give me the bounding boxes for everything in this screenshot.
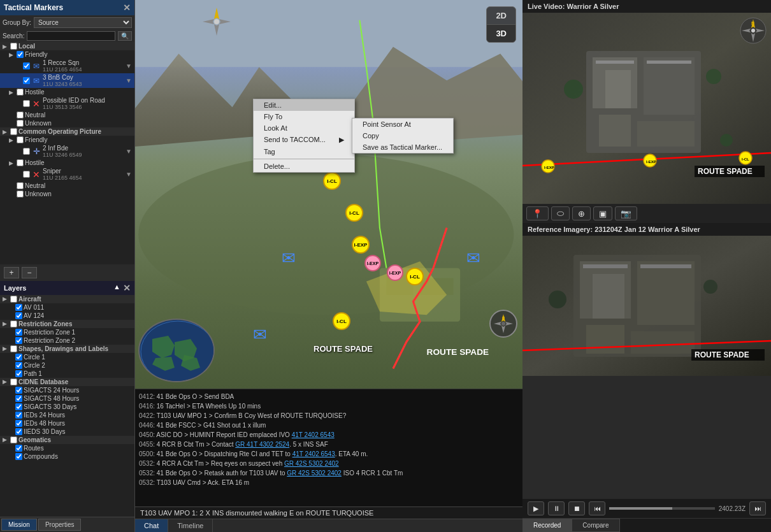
friendly2-checkbox[interactable]: [17, 136, 24, 143]
tree-item-local[interactable]: ▶ Local: [0, 42, 134, 50]
tree-item-2infbde[interactable]: ✛ 2 Inf Bde 11U 3246 6549 ▼: [0, 144, 134, 159]
layers-section-header[interactable]: Layers ▲ ✕: [0, 281, 134, 295]
add-button[interactable]: +: [4, 267, 19, 278]
play-button[interactable]: ▶: [528, 501, 544, 515]
sniper-checkbox[interactable]: [23, 171, 30, 178]
marker-iexp1[interactable]: I-EXP: [352, 236, 370, 254]
av124-checkbox[interactable]: [15, 312, 22, 319]
restriction-zones-checkbox[interactable]: [10, 320, 17, 327]
layer-shapes[interactable]: ▶ Shapes, Drawings and Labels: [0, 345, 134, 353]
ctx-delete[interactable]: Delete...: [254, 161, 354, 172]
layer-aircraft[interactable]: ▶ Aircraft: [0, 295, 134, 303]
layer-rz2[interactable]: Restriction Zone 2: [0, 336, 134, 345]
ctx-flyto[interactable]: Fly To: [254, 111, 354, 122]
layer-compounds[interactable]: Compounds: [0, 452, 134, 461]
layer-av011[interactable]: AV 011: [0, 303, 134, 312]
log-link-0532a[interactable]: GR 42S 5302 2402: [284, 460, 339, 467]
pause-button[interactable]: ⏸: [548, 501, 565, 515]
neutral2-checkbox[interactable]: [17, 182, 24, 189]
layer-ieds48[interactable]: IEDs 48 Hours: [0, 419, 134, 428]
sigacts30-checkbox[interactable]: [15, 403, 22, 410]
geomatics-checkbox[interactable]: [10, 436, 17, 443]
marker-icl3[interactable]: I-CL: [406, 268, 424, 285]
layer-iieds30[interactable]: IIEDS 30 Days: [0, 428, 134, 436]
video-tool-box[interactable]: ▣: [593, 206, 612, 220]
tree-item-hostile1[interactable]: ▶ Hostile: [0, 88, 134, 96]
rewind-button[interactable]: ⏮: [589, 501, 605, 515]
layer-circle1[interactable]: Circle 1: [0, 353, 134, 361]
layer-rz1[interactable]: Restriction Zone 1: [0, 328, 134, 336]
ctx-lookat[interactable]: Look At: [254, 122, 354, 134]
tree-item-hostile2[interactable]: ▶ Hostile: [0, 159, 134, 167]
layer-ieds24[interactable]: IEDs 24 Hours: [0, 411, 134, 419]
aircraft-checkbox[interactable]: [10, 296, 17, 303]
tree-item-neutral1[interactable]: Neutral: [0, 111, 134, 119]
iieds30-checkbox[interactable]: [15, 428, 22, 435]
ctx-sendtaccom[interactable]: Send to TACCOM...▶: [254, 134, 354, 146]
video-tool-point[interactable]: 📍: [526, 206, 549, 220]
unknown1-checkbox[interactable]: [17, 120, 24, 127]
tree-item-friendly2[interactable]: ▶ Friendly: [0, 136, 134, 144]
map-area[interactable]: ROUTE SPADE 2D 3D: [135, 0, 522, 389]
hostile2-checkbox[interactable]: [17, 159, 24, 166]
tree-item-friendly1[interactable]: ▶ Friendly: [0, 50, 134, 59]
tree-item-sniper[interactable]: ✕ Sniper 11U 2165 4654 ▼: [0, 167, 134, 182]
stop-button[interactable]: ⏹: [568, 501, 585, 515]
marker-icl4[interactable]: I-CL: [333, 312, 350, 330]
layer-sigacts24[interactable]: SIGACTS 24 Hours: [0, 386, 134, 394]
rz1-checkbox[interactable]: [15, 329, 22, 336]
nav-compass[interactable]: N: [489, 310, 517, 338]
ied-checkbox[interactable]: [23, 100, 30, 107]
marker-iexp3[interactable]: I-EXP: [387, 264, 403, 281]
tree-item-1recce[interactable]: ✉ 1 Recce Sqn 11U 2165 4654 ▼: [0, 59, 134, 73]
video-tool-area[interactable]: ⬭: [551, 206, 570, 220]
group-by-select[interactable]: Source: [34, 17, 132, 28]
tree-item-3bnb[interactable]: ✉ 3 BnB Coy 11U 3243 6543 ▼: [0, 73, 134, 88]
layer-restriction-zones[interactable]: ▶ Restriction Zones: [0, 320, 134, 328]
layer-circle2[interactable]: Circle 2: [0, 361, 134, 370]
unknown2-checkbox[interactable]: [17, 191, 24, 198]
hostile1-checkbox[interactable]: [17, 89, 24, 96]
tree-item-ied[interactable]: ✕ Possible IED on Road 11U 3513 3546: [0, 96, 134, 111]
tree-item-cop[interactable]: ▶ Common Operating Picture: [0, 127, 134, 136]
tree-item-unknown1[interactable]: Unknown: [0, 119, 134, 127]
recorded-tab[interactable]: Recorded: [522, 519, 572, 532]
sigacts24-checkbox[interactable]: [15, 387, 22, 394]
tree-item-neutral2[interactable]: Neutral: [0, 182, 134, 190]
log-link-0450[interactable]: 41T 2402 6543: [292, 431, 335, 438]
search-button[interactable]: 🔍: [118, 31, 132, 41]
av011-checkbox[interactable]: [15, 304, 22, 311]
layer-sigacts48[interactable]: SIGACTS 48 Hours: [0, 394, 134, 403]
rz2-checkbox[interactable]: [15, 337, 22, 344]
playback-slider[interactable]: [609, 507, 715, 510]
3d-toggle-btn[interactable]: 3D: [487, 25, 515, 42]
marker-icl1[interactable]: I-CL: [323, 172, 341, 190]
forward-button[interactable]: ⏭: [749, 501, 766, 515]
properties-tab[interactable]: Properties: [38, 519, 82, 531]
search-input[interactable]: [27, 31, 115, 41]
routes-checkbox[interactable]: [15, 445, 22, 452]
video-tool-crosshair[interactable]: ⊕: [572, 206, 591, 220]
layer-sigacts30[interactable]: SIGACTS 30 Days: [0, 403, 134, 411]
1recce-checkbox[interactable]: [23, 62, 30, 69]
layer-routes[interactable]: Routes: [0, 444, 134, 452]
ctx-edit[interactable]: Edit...: [254, 99, 354, 111]
log-link-0532b[interactable]: GR 42S 5302 2402: [287, 470, 342, 477]
2infbde-checkbox[interactable]: [23, 148, 30, 155]
log-link-0455[interactable]: GR 41T 4302 2524: [235, 441, 289, 448]
3bnb-checkbox[interactable]: [23, 77, 30, 84]
chat-tab[interactable]: Chat: [135, 519, 168, 532]
neutral1-checkbox[interactable]: [17, 111, 24, 119]
marker-iexp2[interactable]: I-EXP: [364, 255, 381, 271]
timeline-tab[interactable]: Timeline: [168, 519, 213, 532]
ctx-sub-save-tactical[interactable]: Save as Tactical Marker...: [352, 141, 453, 153]
circle1-checkbox[interactable]: [15, 354, 22, 361]
remove-button[interactable]: −: [22, 267, 37, 278]
compare-tab[interactable]: Compare: [572, 519, 619, 532]
friendly1-checkbox[interactable]: [17, 51, 24, 58]
layer-cidne[interactable]: ▶ CIDNE Database: [0, 378, 134, 386]
circle2-checkbox[interactable]: [15, 362, 22, 369]
ieds24-checkbox[interactable]: [15, 412, 22, 419]
compounds-checkbox[interactable]: [15, 453, 22, 460]
video-tool-camera[interactable]: 📷: [615, 206, 637, 220]
